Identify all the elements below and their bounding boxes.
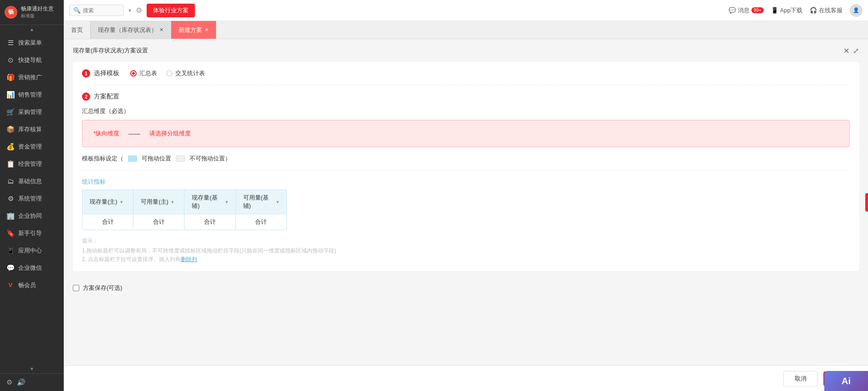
stats-col-4-label: 可用量(基辅) [243, 194, 274, 210]
sidebar-item-quick-nav[interactable]: ⊙ 快捷导航 [0, 51, 64, 69]
step1-header: 1 选择模板 汇总表 交叉统计表 [82, 69, 850, 77]
template-indicators: 模板指标设定（ 可拖动位置 不可拖动位置） [82, 154, 850, 163]
sidebar-item-enterprise[interactable]: 🏢 企业协同 [0, 207, 64, 225]
tip-item-1: 1.拖动标题栏可以调整布局，不可跨维度或指标区域拖动栏目字段(只能在同一维度或指… [82, 247, 850, 255]
sidebar-item-purchase[interactable]: 🛒 采购管理 [0, 103, 64, 121]
user-avatar[interactable]: 👤 [850, 4, 863, 17]
stats-data-row: 合计 合计 合计 合计 [82, 214, 286, 230]
sidebar-item-label: 新手引导 [18, 229, 42, 237]
messages-button[interactable]: 💬 消息 99+ [729, 6, 764, 15]
sidebar-item-system[interactable]: ⚙ 系统管理 [0, 190, 64, 207]
col3-chevron-icon[interactable]: ▾ [225, 199, 228, 205]
sidebar-bottom: ⚙ 🔊 [0, 373, 64, 391]
search-chevron-icon: ▾ [128, 7, 131, 14]
col2-chevron-icon[interactable]: ▾ [171, 199, 174, 205]
search-input[interactable] [83, 7, 119, 14]
step2-num: 2 [82, 93, 90, 101]
save-option: 方案保存(可选) [73, 278, 859, 298]
tab-home-label: 首页 [71, 26, 83, 34]
finance-icon: 💰 [6, 143, 15, 151]
message-badge: 99+ [751, 7, 764, 13]
app-logo-text: 畅康通好生意 标准版 [21, 5, 54, 19]
industry-solution-button[interactable]: 体验行业方案 [147, 4, 195, 17]
search-box[interactable]: 🔍 [69, 5, 124, 16]
sidebar-item-operations[interactable]: 📋 经营管理 [0, 155, 64, 173]
stats-data-3: 合计 [184, 214, 235, 230]
tab-inventory-status[interactable]: 现存量（库存状况表） ✕ [91, 21, 171, 39]
online-service-button[interactable]: 🎧 在线客服 [810, 6, 842, 15]
sidebar-item-wechat[interactable]: 💬 企业微信 [0, 259, 64, 277]
topbar-right: 💬 消息 99+ 📱 App下载 🎧 在线客服 👤 [729, 4, 863, 17]
search-icon: 🔍 [73, 7, 81, 14]
tab-new-plan[interactable]: 新建方案 ✕ [171, 21, 216, 39]
step1-num: 1 [82, 69, 90, 77]
dimension-area[interactable]: *纵向维度 —— 请选择分组维度 [82, 120, 850, 147]
radio-cross-label: 交叉统计表 [175, 69, 205, 77]
search-menu-icon: ☰ [6, 39, 15, 47]
ai-fab-button[interactable]: Ai [824, 371, 868, 391]
radio-cross-circle [166, 70, 173, 77]
stats-col-3[interactable]: 现存量(基辅) ▾ [184, 190, 235, 214]
sidebar-item-label: 应用中心 [18, 247, 42, 255]
section-divider2 [82, 170, 850, 170]
sidebar-item-label: 基础信息 [18, 177, 42, 185]
expand-window-icon[interactable]: ⤢ [853, 46, 859, 55]
enterprise-icon: 🏢 [6, 212, 15, 220]
sidebar-item-apps[interactable]: 📱 应用中心 [0, 242, 64, 259]
topbar-gear-icon[interactable]: ⚙ [136, 6, 142, 15]
close-window-icon[interactable]: ✕ [843, 46, 849, 55]
save-checkbox[interactable] [73, 285, 79, 291]
tips-title: 提示： [82, 237, 850, 245]
tab-new-plan-close[interactable]: ✕ [204, 27, 209, 33]
app-download-button[interactable]: 📱 App下载 [771, 6, 802, 15]
sidebar-item-label: 库存核算 [18, 125, 42, 134]
content-area: ✕ ⤢ 现存量(库存状况表)方案设置 1 选择模板 汇总表 交叉统计表 [64, 39, 868, 365]
dimension-placeholder: 请选择分组维度 [149, 129, 191, 138]
sidebar-item-basics[interactable]: 🗂 基础信息 [0, 173, 64, 190]
stats-col-1[interactable]: 现存量(主) ▾ [82, 190, 133, 214]
sales-icon: 📊 [6, 91, 15, 99]
stats-col-2[interactable]: 可用量(主) ▾ [133, 190, 184, 214]
radio-summary[interactable]: 汇总表 [130, 69, 157, 77]
purchase-icon: 🛒 [6, 108, 15, 116]
basics-icon: 🗂 [6, 177, 15, 185]
sound-icon[interactable]: 🔊 [17, 378, 26, 386]
stats-col-2-label: 可用量(主) [141, 198, 168, 206]
col4-chevron-icon[interactable]: ▾ [276, 199, 279, 205]
stats-header-row: 现存量(主) ▾ 可用量(主) ▾ 现存量(基辅) ▾ 可用量(基辅) ▾ [82, 190, 286, 214]
app-logo-icon: 畅 [5, 6, 17, 19]
tabbar: 首页 现存量（库存状况表） ✕ 新建方案 ✕ [64, 21, 868, 39]
tab-home[interactable]: 首页 [64, 21, 91, 39]
sidebar-item-label: 经营管理 [18, 160, 42, 168]
radio-summary-circle [130, 70, 137, 77]
settings-icon[interactable]: ⚙ [6, 378, 12, 386]
aggregate-label: 汇总维度（必选） [82, 107, 850, 115]
sidebar-item-search-menu[interactable]: ☰ 搜索菜单 [0, 34, 64, 51]
sidebar-item-finance[interactable]: 💰 资金管理 [0, 138, 64, 155]
wechat-icon: 💬 [6, 264, 15, 272]
plan-section: 1 选择模板 汇总表 交叉统计表 2 方案配置 [73, 62, 859, 271]
sidebar-logo: 畅 畅康通好生意 标准版 [0, 0, 64, 25]
cancel-button[interactable]: 取消 [783, 371, 818, 386]
sidebar-item-label: 系统管理 [18, 195, 42, 203]
sidebar: 畅 畅康通好生意 标准版 ▲ ☰ 搜索菜单 ⊙ 快捷导航 🎁 营销推广 📊 销售… [0, 0, 64, 391]
stats-col-4[interactable]: 可用量(基辅) ▾ [236, 190, 286, 214]
window-controls: ✕ ⤢ [843, 46, 859, 55]
main-area: 🔍 ▾ ⚙ 体验行业方案 💬 消息 99+ 📱 App下载 🎧 在线客服 👤 [64, 0, 868, 391]
sidebar-item-sales[interactable]: 📊 销售管理 [0, 86, 64, 103]
tab-inventory-status-close[interactable]: ✕ [159, 27, 163, 33]
tab-new-plan-label: 新建方案 [179, 26, 202, 34]
col1-chevron-icon[interactable]: ▾ [120, 199, 123, 205]
stats-data-4: 合计 [236, 214, 286, 230]
radio-cross[interactable]: 交叉统计表 [166, 69, 205, 77]
save-option-label: 方案保存(可选) [83, 284, 123, 292]
inventory-icon: 📦 [6, 125, 15, 134]
sidebar-item-marketing[interactable]: 🎁 营销推广 [0, 69, 64, 86]
stats-data-1: 合计 [82, 214, 133, 230]
sidebar-scroll-up[interactable]: ▲ [0, 25, 64, 34]
sidebar-item-guide[interactable]: 🔖 新手引导 [0, 225, 64, 242]
sidebar-item-inventory[interactable]: 📦 库存核算 [0, 121, 64, 138]
stats-table: 现存量(主) ▾ 可用量(主) ▾ 现存量(基辅) ▾ 可用量(基辅) ▾ [82, 190, 287, 230]
sidebar-item-member[interactable]: V 畅会员 [0, 277, 64, 294]
sidebar-scroll-down[interactable]: ▼ [0, 364, 64, 373]
